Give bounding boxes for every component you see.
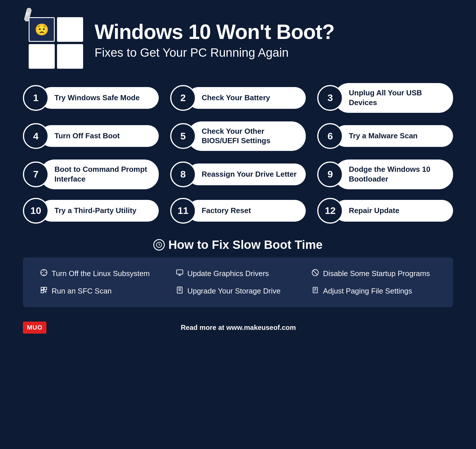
slow-boot-section: How to Fix Slow Boot Time Turn Off the L… bbox=[23, 238, 453, 307]
main-container: 🩹 😟 Windows 10 Won't Boot? Fixes to Get … bbox=[0, 0, 476, 449]
step-label-1: Try Windows Safe Mode bbox=[40, 87, 159, 109]
footer-read-more: Read more at bbox=[181, 324, 226, 331]
step-item-7: 7Boot to Command Prompt Interface bbox=[23, 159, 159, 189]
step-label-9: Dodge the Windows 10 Bootloader bbox=[334, 159, 453, 189]
grid-cell-top-right bbox=[57, 17, 83, 42]
slow-boot-icon-4 bbox=[40, 286, 48, 296]
step-number-9: 9 bbox=[317, 162, 343, 187]
slow-boot-icon-3 bbox=[312, 269, 319, 278]
step-item-6: 6Try a Malware Scan bbox=[317, 121, 453, 151]
step-label-10: Try a Third-Party Utility bbox=[40, 200, 159, 222]
slow-boot-item-3: Disable Some Startup Programs bbox=[312, 269, 436, 278]
slow-boot-item-1: Turn Off the Linux Subsystem bbox=[40, 269, 164, 278]
muo-logo: MUO bbox=[23, 322, 46, 334]
grid-cell-top-left: 😟 bbox=[29, 17, 55, 42]
svg-line-6 bbox=[313, 270, 318, 275]
step-label-6: Try a Malware Scan bbox=[334, 125, 453, 147]
svg-rect-9 bbox=[41, 290, 44, 293]
step-item-11: 11Factory Reset bbox=[170, 198, 306, 224]
step-item-8: 8Reassign Your Drive Letter bbox=[170, 159, 306, 189]
header-text: Windows 10 Won't Boot? Fixes to Get Your… bbox=[95, 21, 453, 59]
step-item-9: 9Dodge the Windows 10 Bootloader bbox=[317, 159, 453, 189]
step-label-3: Unplug All Your USB Devices bbox=[334, 83, 453, 113]
footer-url[interactable]: www.makeuseof.com bbox=[226, 324, 296, 331]
step-item-1: 1Try Windows Safe Mode bbox=[23, 83, 159, 113]
clock-icon bbox=[153, 239, 165, 251]
slow-boot-header: How to Fix Slow Boot Time bbox=[23, 238, 453, 252]
step-item-3: 3Unplug All Your USB Devices bbox=[317, 83, 453, 113]
slow-boot-icon-1 bbox=[40, 269, 48, 278]
step-item-10: 10Try a Third-Party Utility bbox=[23, 198, 159, 224]
step-label-2: Check Your Battery bbox=[187, 87, 306, 109]
slow-boot-title: How to Fix Slow Boot Time bbox=[168, 238, 322, 252]
sad-face-icon: 😟 bbox=[35, 23, 49, 36]
slow-boot-label-2: Update Graphics Drivers bbox=[187, 269, 269, 278]
step-label-8: Reassign Your Drive Letter bbox=[187, 164, 306, 185]
footer-text: Read more at www.makeuseof.com bbox=[46, 324, 430, 332]
svg-rect-8 bbox=[44, 287, 47, 290]
slow-boot-label-3: Disable Some Startup Programs bbox=[323, 269, 430, 278]
slow-boot-label-4: Run an SFC Scan bbox=[52, 287, 112, 296]
step-item-4: 4Turn Off Fast Boot bbox=[23, 121, 159, 151]
step-label-12: Repair Update bbox=[334, 200, 453, 222]
step-number-10: 10 bbox=[23, 198, 49, 224]
step-label-4: Turn Off Fast Boot bbox=[40, 125, 159, 147]
slow-boot-item-5: Upgrade Your Storage Drive bbox=[176, 286, 300, 296]
grid-cell-bottom-left bbox=[29, 44, 55, 69]
step-item-5: 5Check Your Other BIOS/UEFI Settings bbox=[170, 121, 306, 151]
svg-rect-2 bbox=[177, 270, 183, 274]
step-number-12: 12 bbox=[317, 198, 343, 224]
step-number-3: 3 bbox=[317, 85, 343, 111]
header: 🩹 😟 Windows 10 Won't Boot? Fixes to Get … bbox=[23, 11, 453, 69]
step-number-8: 8 bbox=[170, 162, 196, 187]
step-item-2: 2Check Your Battery bbox=[170, 83, 306, 113]
step-number-1: 1 bbox=[23, 85, 49, 111]
svg-rect-7 bbox=[41, 287, 44, 290]
step-label-11: Factory Reset bbox=[187, 200, 306, 222]
step-number-11: 11 bbox=[170, 198, 196, 224]
windows-grid: 😟 bbox=[29, 17, 83, 69]
slow-boot-item-4: Run an SFC Scan bbox=[40, 286, 164, 296]
step-item-12: 12Repair Update bbox=[317, 198, 453, 224]
page-title: Windows 10 Won't Boot? bbox=[95, 21, 453, 43]
slow-boot-grid: Turn Off the Linux SubsystemUpdate Graph… bbox=[23, 257, 453, 307]
step-number-7: 7 bbox=[23, 162, 49, 187]
grid-cell-bottom-right bbox=[57, 44, 83, 69]
steps-grid: 1Try Windows Safe Mode2Check Your Batter… bbox=[23, 83, 453, 224]
footer: MUO Read more at www.makeuseof.com bbox=[23, 316, 453, 334]
step-number-2: 2 bbox=[170, 85, 196, 111]
page-subtitle: Fixes to Get Your PC Running Again bbox=[95, 46, 453, 60]
step-label-7: Boot to Command Prompt Interface bbox=[40, 159, 159, 189]
slow-boot-label-1: Turn Off the Linux Subsystem bbox=[52, 269, 150, 278]
slow-boot-item-6: Adjust Paging File Settings bbox=[312, 286, 436, 296]
slow-boot-icon-5 bbox=[176, 286, 183, 296]
step-number-4: 4 bbox=[23, 123, 49, 149]
windows-logo: 🩹 😟 bbox=[23, 11, 83, 69]
slow-boot-label-5: Upgrade Your Storage Drive bbox=[187, 287, 281, 296]
step-number-5: 5 bbox=[170, 123, 196, 149]
step-label-5: Check Your Other BIOS/UEFI Settings bbox=[187, 121, 306, 151]
slow-boot-icon-2 bbox=[176, 269, 183, 278]
slow-boot-icon-6 bbox=[312, 286, 319, 296]
slow-boot-label-6: Adjust Paging File Settings bbox=[323, 287, 412, 296]
slow-boot-item-2: Update Graphics Drivers bbox=[176, 269, 300, 278]
